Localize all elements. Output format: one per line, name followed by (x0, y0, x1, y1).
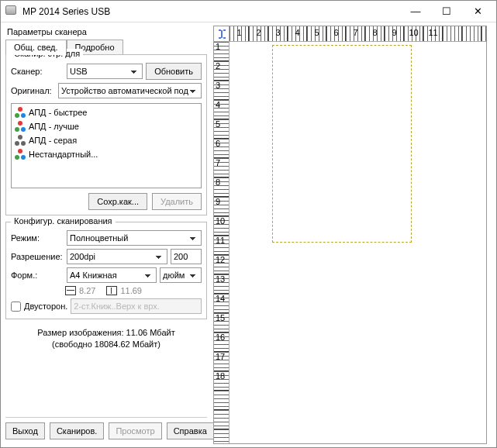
preview-canvas[interactable] (230, 42, 486, 443)
tab-general[interactable]: Общ. свед. (5, 40, 67, 55)
bottom-buttons: Выход Сканиров. Просмотр Справка (5, 417, 207, 444)
help-button[interactable]: Справка (167, 422, 214, 439)
left-panel: Параметры сканера Общ. свед. Подробно Ск… (1, 22, 210, 447)
scanner-label: Сканер: (11, 67, 64, 76)
original-select[interactable]: Устройство автоматической под (58, 83, 202, 98)
size-info: Размер изображения: 11.06 Мбайт (свободн… (5, 327, 207, 351)
preview-area[interactable]: 1234567891011 12345678910111213141516171… (213, 26, 487, 444)
refresh-button[interactable]: Обновить (146, 63, 202, 80)
preset-label: АПД - серая (29, 136, 77, 145)
color-mode-icon (15, 149, 26, 160)
minimize-button[interactable]: — (400, 2, 431, 22)
title-bar: MP 2014 Series USB — ☐ ✕ (1, 1, 496, 22)
list-item[interactable]: АПД - лучше (13, 119, 199, 133)
preview-button[interactable]: Просмотр (109, 422, 161, 439)
list-item[interactable]: АПД - серая (13, 133, 199, 147)
width-icon (65, 286, 76, 295)
window-title: MP 2014 Series USB (22, 6, 400, 17)
format-select[interactable]: A4 Книжная (67, 267, 157, 283)
text-cursor-icon (216, 29, 227, 40)
save-as-button[interactable]: Сохр.как... (88, 193, 147, 210)
color-mode-icon (15, 121, 26, 132)
panel-title: Параметры сканера (5, 26, 207, 38)
preview-panel: 1234567891011 12345678910111213141516171… (210, 22, 496, 447)
duplex-label: Двусторон. (24, 302, 67, 311)
duplex-checkbox[interactable] (11, 302, 21, 312)
scanner-select[interactable]: USB (67, 64, 143, 79)
maximize-button[interactable]: ☐ (431, 2, 462, 22)
size-line1: Размер изображения: 11.06 Мбайт (5, 327, 207, 339)
delete-button[interactable]: Удалить (152, 193, 202, 210)
format-label: Форм.: (11, 271, 64, 280)
resolution-select[interactable]: 200dpi (67, 249, 167, 264)
mode-select[interactable]: Полноцветный (67, 230, 202, 246)
scan-for-group: Сканир. стр. для Сканер: USB Обновить Ор… (5, 54, 207, 215)
scan-button[interactable]: Сканиров. (50, 422, 104, 439)
mode-label: Режим: (11, 233, 64, 243)
original-label: Оригинал: (11, 86, 55, 95)
preset-label: Нестандартный... (29, 150, 98, 159)
config-title: Конфигур. сканирования (11, 216, 116, 226)
config-group: Конфигур. сканирования Режим: Полноцветн… (5, 222, 207, 319)
ruler-corner (214, 26, 230, 42)
width-value: 8.27 (79, 286, 95, 295)
height-icon (106, 286, 117, 295)
preset-label: АПД - быстрее (29, 108, 87, 117)
resolution-input[interactable] (171, 249, 202, 264)
color-mode-icon (15, 107, 26, 118)
ruler-v-numbers: 123456789101112131415161718 (216, 42, 225, 443)
color-mode-icon (15, 135, 26, 146)
size-line2: (свободно 18084.62 Мбайт) (5, 339, 207, 350)
close-button[interactable]: ✕ (462, 2, 493, 22)
duplex-select: 2-ст.Книж..Верх к врх. (71, 298, 202, 314)
resolution-label: Разрешение: (11, 252, 64, 261)
app-icon (5, 5, 18, 18)
exit-button[interactable]: Выход (5, 422, 45, 439)
preset-list[interactable]: АПД - быстрееАПД - лучшеАПД - сераяНеста… (11, 103, 202, 188)
unit-select[interactable]: дюйм (160, 267, 202, 283)
list-item[interactable]: АПД - быстрее (13, 105, 199, 119)
ruler-h-numbers: 1234567891011 (230, 28, 486, 37)
list-item[interactable]: Нестандартный... (13, 147, 199, 161)
preset-label: АПД - лучше (29, 122, 79, 131)
height-value: 11.69 (120, 286, 142, 295)
tabs: Общ. свед. Подробно (5, 40, 207, 55)
selection-rect[interactable] (272, 45, 412, 243)
